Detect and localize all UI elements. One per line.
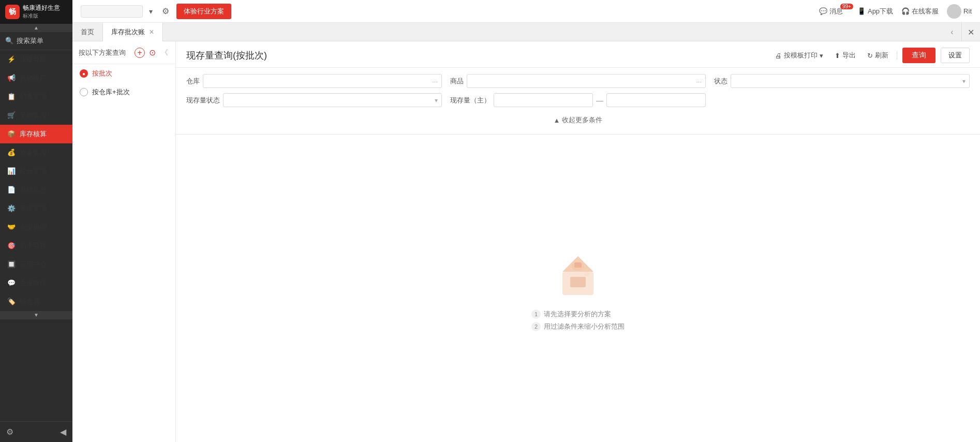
warehouse-input[interactable] bbox=[203, 74, 442, 88]
content-area: 按以下方案查询 + ⊙ 《 ● 按批次 按仓库+批次 现存量查询(按批次) bbox=[72, 41, 980, 442]
sidebar-item-purchase[interactable]: 🛒 采购管理 bbox=[0, 106, 72, 125]
topbar-right: 💬 消息 99+ 📱 App下载 🎧 在线客服 Rit bbox=[819, 4, 972, 19]
settings-icon-btn[interactable]: ⚙ bbox=[5, 426, 14, 438]
warehouse-more-icon[interactable]: ··· bbox=[432, 77, 438, 85]
page-title: 现存量查询(按批次) bbox=[186, 49, 267, 62]
app-download-btn[interactable]: 📱 App下载 bbox=[857, 7, 893, 16]
hint-text-1: 请先选择要分析的方案 bbox=[544, 310, 611, 319]
newcomer-icon: 🎯 bbox=[7, 242, 16, 249]
sidebar-item-sales[interactable]: 📋 销售管理 bbox=[0, 87, 72, 106]
inactive-scheme-indicator bbox=[80, 88, 88, 96]
sidebar-search-item[interactable]: 🔍 搜索菜单 bbox=[0, 32, 72, 50]
quantity-from-input[interactable] bbox=[494, 93, 593, 107]
topbar-search-input[interactable] bbox=[81, 5, 143, 18]
collapse-sidebar-btn[interactable]: ◀ bbox=[59, 426, 67, 438]
refresh-btn[interactable]: ↻ 刷新 bbox=[864, 49, 892, 62]
sidebar-item-system[interactable]: ⚙️ 系统管理 bbox=[0, 199, 72, 218]
online-service-btn[interactable]: 🎧 在线客服 bbox=[901, 7, 939, 16]
company-name: 畅康通好生意 bbox=[23, 4, 60, 12]
export-icon: ⬆ bbox=[835, 52, 840, 60]
product-input[interactable] bbox=[467, 74, 706, 88]
system-icon: ⚙️ bbox=[7, 204, 16, 212]
quantity-label: 现存量（主） bbox=[450, 96, 491, 105]
hint-num-1: 1 bbox=[531, 310, 541, 319]
warehouse-input-wrapper: ··· bbox=[203, 74, 442, 88]
topbar: ▾ ⚙ 体验行业方案 💬 消息 99+ 📱 App下载 🎧 在线客服 Rit bbox=[72, 0, 980, 23]
active-scheme-indicator: ● bbox=[80, 69, 88, 78]
phone-icon: 📱 bbox=[857, 7, 866, 15]
left-panel-actions: + ⊙ 《 bbox=[135, 47, 169, 58]
query-btn[interactable]: 查询 bbox=[902, 48, 936, 63]
export-btn[interactable]: ⬆ 导出 bbox=[831, 49, 859, 62]
quicknav-icon: ⚡ bbox=[7, 55, 16, 63]
page-actions: 🖨 按模板打印 ▾ ⬆ 导出 ↻ 刷新 查询 设置 bbox=[772, 48, 970, 63]
search-icon: 🔍 bbox=[5, 37, 13, 45]
product-input-wrapper: ··· bbox=[467, 74, 706, 88]
scheme-item-warehouse-batch[interactable]: 按仓库+批次 bbox=[72, 83, 175, 101]
sidebar-item-finance[interactable]: 💰 资金管理 bbox=[0, 143, 72, 162]
scheme-settings-btn[interactable]: ⊙ bbox=[148, 47, 157, 58]
sidebar-item-newcomer[interactable]: 🎯 新手引导 bbox=[0, 237, 72, 255]
scheme-collapse-btn[interactable]: 《 bbox=[160, 47, 169, 58]
stock-status-select-wrapper: 全部 ▾ bbox=[223, 93, 442, 107]
sidebar-scroll-down[interactable]: ▼ bbox=[0, 311, 72, 319]
hint-num-2: 2 bbox=[531, 322, 541, 331]
sidebar: 畅 畅康通好生意 标准版 ▲ 🔍 搜索菜单 ⚡ 快捷导航 📢 营销推广 📋 销售… bbox=[0, 0, 72, 442]
stock-status-select[interactable]: 全部 bbox=[223, 93, 442, 107]
status-select[interactable]: 全部 bbox=[731, 74, 970, 88]
sidebar-scroll-up[interactable]: ▲ bbox=[0, 24, 72, 32]
settings-btn[interactable]: 设置 bbox=[941, 48, 970, 63]
empty-illustration bbox=[550, 246, 606, 304]
status-select-wrapper: 全部 ▾ bbox=[731, 74, 970, 88]
operations-icon: 📊 bbox=[7, 167, 16, 175]
tab-close-btn[interactable]: ✕ bbox=[149, 28, 154, 36]
sidebar-item-app-center[interactable]: 🔲 应用中心 bbox=[0, 255, 72, 274]
sidebar-item-enterprise-collab[interactable]: 🤝 企业协同 bbox=[0, 218, 72, 237]
tab-batch-account[interactable]: 库存批次账 ✕ bbox=[103, 23, 163, 41]
messages-btn[interactable]: 💬 消息 99+ bbox=[819, 7, 849, 16]
topbar-left: ▾ ⚙ 体验行业方案 bbox=[81, 4, 814, 19]
svg-rect-2 bbox=[570, 277, 586, 287]
tab-panel-collapse-btn[interactable]: ‹ bbox=[943, 23, 961, 41]
quantity-to-input[interactable] bbox=[606, 93, 706, 107]
tab-home-label: 首页 bbox=[81, 27, 94, 37]
sidebar-item-operations[interactable]: 📊 经营管理 bbox=[0, 162, 72, 181]
page-header: 现存量查询(按批次) 🖨 按模板打印 ▾ ⬆ 导出 ↻ 刷新 bbox=[176, 41, 980, 68]
left-panel-header: 按以下方案查询 + ⊙ 《 bbox=[72, 41, 175, 64]
close-icon: ✕ bbox=[968, 27, 974, 37]
scheme-warehouse-batch-label: 按仓库+批次 bbox=[92, 87, 130, 97]
sidebar-item-inventory[interactable]: 📦 库存核算 bbox=[0, 125, 72, 143]
product-more-icon[interactable]: ··· bbox=[696, 77, 702, 85]
tabbar: 首页 库存批次账 ✕ ‹ ✕ bbox=[72, 23, 980, 41]
avatar bbox=[947, 4, 961, 19]
sidebar-item-members[interactable]: 🏷️ 畅会员 bbox=[0, 292, 72, 311]
sidebar-item-basic-info[interactable]: 📄 基础信息 bbox=[0, 181, 72, 199]
tab-home[interactable]: 首页 bbox=[72, 23, 103, 41]
scheme-item-batch[interactable]: ● 按批次 bbox=[72, 64, 175, 83]
tab-panel-close-btn[interactable]: ✕ bbox=[961, 23, 980, 41]
empty-hints: 1 请先选择要分析的方案 2 用过滤条件来缩小分析范围 bbox=[531, 310, 625, 331]
app-version: 标准版 bbox=[23, 12, 60, 20]
quantity-dash: — bbox=[596, 96, 603, 105]
sidebar-item-quicknav[interactable]: ⚡ 快捷导航 bbox=[0, 50, 72, 69]
add-scheme-btn[interactable]: + bbox=[135, 48, 145, 58]
inventory-icon: 📦 bbox=[7, 130, 16, 138]
filter-area: 仓库 ··· 商品 ··· 状态 bbox=[176, 68, 980, 135]
print-btn[interactable]: 🖨 按模板打印 ▾ bbox=[772, 49, 826, 62]
print-icon: 🖨 bbox=[775, 52, 782, 60]
status-label: 状态 bbox=[714, 77, 727, 86]
topbar-dropdown-btn[interactable]: ▾ bbox=[147, 6, 155, 17]
sidebar-item-enterprise-wechat[interactable]: 💬 企业微信 bbox=[0, 274, 72, 292]
sales-icon: 📋 bbox=[7, 93, 16, 100]
members-icon: 🏷️ bbox=[7, 298, 16, 305]
trial-btn[interactable]: 体验行业方案 bbox=[176, 4, 231, 19]
topbar-gear-btn[interactable]: ⚙ bbox=[159, 5, 172, 17]
warehouse-label: 仓库 bbox=[186, 77, 200, 86]
sidebar-item-marketing[interactable]: 📢 营销推广 bbox=[0, 69, 72, 87]
collapse-filters-btn[interactable]: ▲ 收起更多条件 bbox=[186, 112, 970, 128]
message-icon: 💬 bbox=[819, 7, 827, 15]
hint-item-2: 2 用过滤条件来缩小分析范围 bbox=[531, 322, 625, 331]
finance-icon: 💰 bbox=[7, 149, 16, 156]
main-area: ▾ ⚙ 体验行业方案 💬 消息 99+ 📱 App下载 🎧 在线客服 Rit bbox=[72, 0, 980, 442]
user-avatar-btn[interactable]: Rit bbox=[947, 4, 972, 19]
